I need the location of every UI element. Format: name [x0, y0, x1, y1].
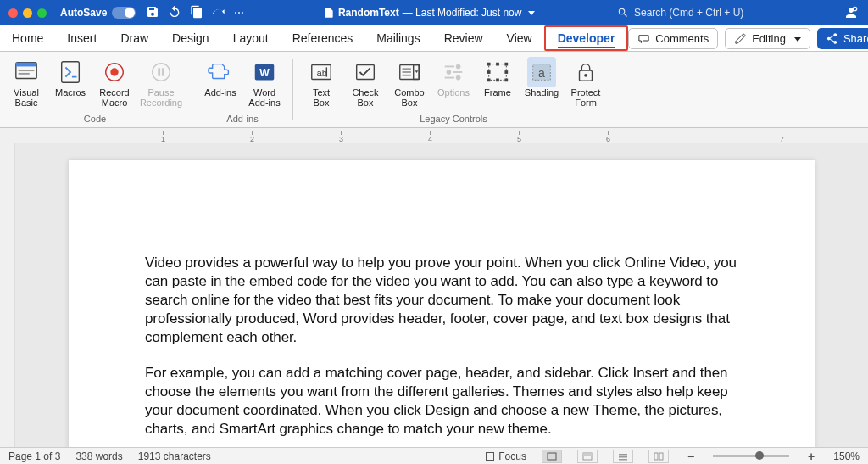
- char-count[interactable]: 1913 characters: [138, 450, 211, 462]
- qat-more-icon[interactable]: ⋯: [234, 7, 244, 19]
- tab-developer[interactable]: Developer: [544, 25, 629, 51]
- share-icon: [826, 32, 838, 45]
- addins-button[interactable]: Add-ins: [199, 57, 242, 108]
- ribbon: VisualBasic Macros RecordMacro PauseReco…: [0, 52, 868, 128]
- visual-basic-icon: [14, 59, 39, 85]
- editing-mode-button[interactable]: Editing: [725, 28, 810, 49]
- frame-button[interactable]: Frame: [476, 57, 519, 108]
- qat: ⋯: [146, 5, 244, 21]
- svg-rect-3: [19, 70, 35, 71]
- chevron-down-icon: [525, 7, 535, 19]
- maximize-window[interactable]: [37, 8, 47, 18]
- svg-text:a: a: [538, 66, 545, 80]
- save-icon[interactable]: [146, 5, 159, 21]
- focus-mode[interactable]: Focus: [485, 450, 526, 462]
- svg-point-24: [447, 70, 452, 75]
- visual-basic-button[interactable]: VisualBasic: [5, 57, 47, 108]
- svg-rect-9: [158, 68, 160, 75]
- shading-button[interactable]: aShading: [520, 57, 563, 108]
- pause-recording-button: PauseRecording: [137, 57, 185, 108]
- svg-rect-23: [445, 66, 454, 68]
- svg-point-8: [153, 64, 170, 81]
- search-placeholder: Search (Cmd + Ctrl + U): [634, 7, 743, 19]
- zoom-level[interactable]: 150%: [833, 450, 860, 462]
- tab-design[interactable]: Design: [160, 25, 221, 51]
- ruler-mark: 5: [517, 131, 521, 143]
- ruler-mark: 2: [250, 131, 254, 143]
- svg-rect-31: [487, 79, 491, 82]
- paragraph[interactable]: Video provides a powerful way to help yo…: [145, 254, 738, 347]
- comments-button[interactable]: Comments: [628, 28, 718, 49]
- svg-rect-46: [619, 456, 627, 458]
- shading-icon: a: [529, 59, 554, 85]
- document-title[interactable]: RandomText — Last Modified: Just now: [244, 7, 614, 19]
- redo-icon[interactable]: [212, 5, 225, 21]
- clipboard-icon[interactable]: [190, 5, 203, 21]
- svg-rect-47: [619, 459, 627, 461]
- status-bar: Page 1 of 3 338 words 1913 characters Fo…: [0, 447, 868, 464]
- autosave-switch[interactable]: [112, 7, 136, 19]
- document-scroll-area[interactable]: Video provides a powerful way to help yo…: [15, 143, 868, 447]
- zoom-slider[interactable]: [713, 455, 789, 457]
- svg-rect-44: [583, 453, 592, 456]
- svg-point-0: [853, 7, 857, 11]
- undo-icon[interactable]: [168, 5, 181, 21]
- svg-rect-48: [654, 453, 658, 460]
- check-box-icon: [353, 59, 378, 85]
- pause-icon: [148, 59, 174, 85]
- svg-rect-41: [487, 452, 494, 460]
- macros-button[interactable]: Macros: [49, 57, 92, 108]
- svg-rect-49: [659, 453, 663, 460]
- check-box-button[interactable]: CheckBox: [344, 57, 387, 108]
- svg-rect-27: [445, 77, 454, 79]
- search-box[interactable]: Search (Cmd + Ctrl + U): [614, 7, 834, 19]
- draft-view[interactable]: [648, 450, 669, 463]
- vertical-ruler[interactable]: [0, 143, 15, 447]
- tab-draw[interactable]: Draw: [108, 25, 160, 51]
- protect-form-button[interactable]: ProtectForm: [565, 57, 607, 108]
- record-macro-button[interactable]: RecordMacro: [93, 57, 136, 108]
- share-button[interactable]: Share: [817, 28, 868, 49]
- ruler-mark: 3: [339, 131, 343, 143]
- macros-icon: [58, 59, 83, 85]
- group-label: Code: [84, 114, 106, 126]
- group-legacy-controls: abTextBox CheckBox ComboBox Options Fram…: [295, 52, 612, 127]
- svg-text:ab: ab: [316, 68, 327, 78]
- combo-box-button[interactable]: ComboBox: [388, 57, 431, 108]
- tab-references[interactable]: References: [281, 25, 365, 51]
- autosave-label: AutoSave: [60, 7, 107, 19]
- account-icon[interactable]: [834, 5, 868, 20]
- svg-rect-36: [504, 70, 508, 74]
- combo-box-icon: [397, 59, 422, 85]
- word-addins-button[interactable]: WWordAdd-ins: [243, 57, 286, 108]
- page-indicator[interactable]: Page 1 of 3: [8, 450, 60, 462]
- frame-icon: [485, 59, 510, 85]
- close-window[interactable]: [8, 8, 18, 18]
- autosave-toggle[interactable]: AutoSave: [60, 7, 136, 19]
- paragraph[interactable]: For example, you can add a matching cove…: [145, 364, 738, 439]
- print-layout-view[interactable]: [542, 450, 562, 463]
- svg-rect-30: [504, 63, 508, 66]
- word-count[interactable]: 338 words: [75, 450, 122, 462]
- web-layout-view[interactable]: [577, 450, 598, 463]
- zoom-in[interactable]: +: [804, 450, 818, 463]
- tab-view[interactable]: View: [495, 25, 544, 51]
- group-addins: Add-ins WWordAdd-ins Add-ins: [194, 52, 291, 127]
- tab-insert[interactable]: Insert: [55, 25, 108, 51]
- titlebar: AutoSave ⋯ RandomText — Last Modified: J…: [0, 0, 868, 25]
- page[interactable]: Video provides a powerful way to help yo…: [69, 160, 815, 447]
- tab-review[interactable]: Review: [432, 25, 495, 51]
- minimize-window[interactable]: [23, 8, 32, 18]
- zoom-out[interactable]: −: [684, 450, 698, 463]
- svg-rect-15: [326, 67, 327, 76]
- pencil-icon: [734, 32, 747, 45]
- horizontal-ruler[interactable]: 1 2 3 4 5 6 7: [0, 128, 868, 143]
- outline-view[interactable]: [613, 450, 633, 463]
- svg-rect-34: [496, 79, 499, 82]
- text-box-icon: ab: [309, 59, 334, 85]
- text-box-button[interactable]: abTextBox: [300, 57, 342, 108]
- tab-home[interactable]: Home: [0, 25, 55, 51]
- tab-mailings[interactable]: Mailings: [364, 25, 431, 51]
- tab-layout[interactable]: Layout: [221, 25, 281, 51]
- ruler-mark: 7: [780, 131, 784, 143]
